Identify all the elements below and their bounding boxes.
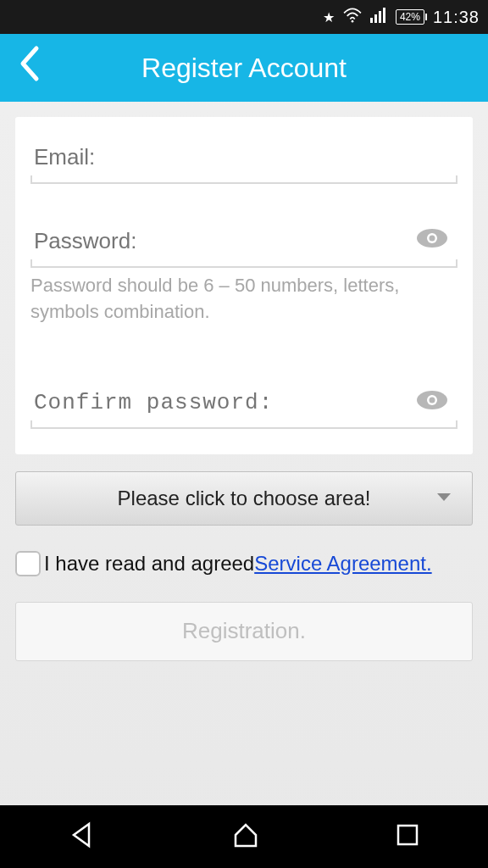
field-underline <box>30 175 458 184</box>
status-time: 11:38 <box>433 8 480 27</box>
page-title: Register Account <box>59 53 488 84</box>
nav-recent-icon[interactable] <box>395 822 420 851</box>
password-hint: Password should be 6 – 50 numbers, lette… <box>30 268 458 326</box>
eye-icon[interactable] <box>415 388 449 415</box>
eye-icon[interactable] <box>415 226 449 253</box>
field-underline <box>30 420 458 429</box>
email-field[interactable] <box>30 134 458 175</box>
area-selector[interactable]: Please click to choose area! <box>15 471 473 526</box>
svg-rect-4 <box>383 8 385 23</box>
system-nav-bar <box>0 805 488 868</box>
agreement-row: I have read and agreed Service Agreement… <box>15 551 473 576</box>
agreement-checkbox[interactable] <box>15 551 41 576</box>
back-button[interactable] <box>0 45 59 91</box>
register-form-card: Password should be 6 – 50 numbers, lette… <box>15 117 473 454</box>
svg-rect-2 <box>374 14 377 23</box>
nav-home-icon[interactable] <box>231 821 260 853</box>
agreement-text: I have read and agreed <box>44 552 254 576</box>
svg-rect-1 <box>370 18 373 23</box>
confirm-password-field-row <box>30 380 458 420</box>
nav-back-icon[interactable] <box>68 821 97 853</box>
status-bar: ★ 42% 11:38 <box>0 0 488 34</box>
star-icon: ★ <box>323 9 335 25</box>
app-header: Register Account <box>0 34 488 102</box>
svg-point-0 <box>352 20 354 23</box>
svg-point-7 <box>430 236 435 242</box>
chevron-down-icon <box>436 491 452 506</box>
svg-rect-11 <box>398 826 417 844</box>
wifi-icon <box>343 8 362 26</box>
field-underline <box>30 259 458 268</box>
registration-button[interactable]: Registration. <box>15 602 473 661</box>
battery-icon: 42% <box>396 9 424 25</box>
password-field-row <box>30 218 458 259</box>
svg-rect-3 <box>379 11 381 23</box>
svg-point-10 <box>430 397 435 403</box>
service-agreement-link[interactable]: Service Agreement. <box>254 552 431 576</box>
confirm-password-field[interactable] <box>30 380 458 420</box>
area-selector-label: Please click to choose area! <box>118 487 371 510</box>
signal-icon <box>370 8 387 26</box>
password-field[interactable] <box>30 218 458 259</box>
email-field-row <box>30 134 458 175</box>
